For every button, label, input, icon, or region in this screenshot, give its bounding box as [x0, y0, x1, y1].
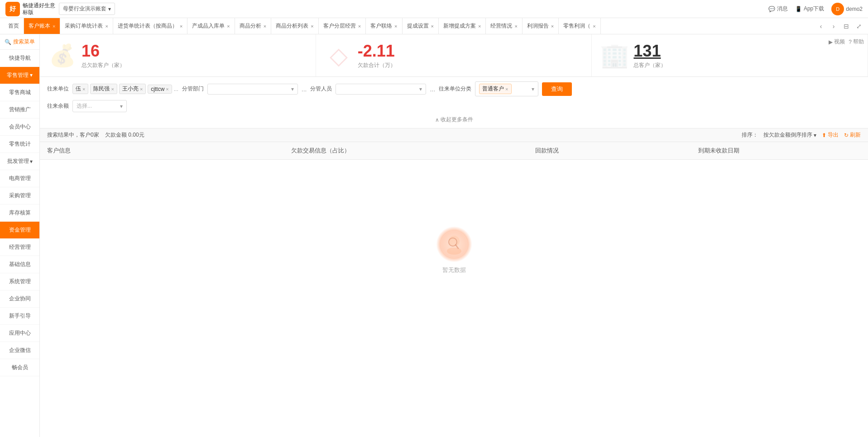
tab-product-analysis-list[interactable]: 商品分析列表 × — [271, 18, 318, 34]
stat-value-receivable: -2.11 — [358, 42, 396, 61]
help-button[interactable]: ? 帮助 — [849, 38, 864, 46]
tab-close-profit-report[interactable]: × — [551, 24, 554, 29]
col-repayment: 回款情况 — [535, 147, 698, 155]
video-icon: ▶ — [829, 39, 833, 45]
stat-label-customers: 总欠款客户（家） — [82, 62, 125, 69]
tab-customer-tier[interactable]: 客户分层经营 × — [319, 18, 366, 34]
video-button[interactable]: ▶ 视频 — [829, 38, 845, 46]
app-download-button[interactable]: 📱 App下载 — [795, 5, 824, 13]
chevron-down-icon-sort: ▾ — [814, 132, 816, 138]
top-bar: 好 畅捷通好生意 标版 母婴行业演示账套 ▾ 💬 消息 📱 App下载 D de… — [0, 0, 868, 18]
filter-label-unit: 往来单位 — [47, 85, 69, 93]
filter-dept-select[interactable]: ▾ — [207, 84, 298, 95]
filter-tag-chen[interactable]: 陈民强 × — [90, 84, 117, 94]
refresh-button[interactable]: ↻ 刷新 — [844, 131, 861, 139]
tab-product-entry[interactable]: 产成品入库单 × — [187, 18, 235, 34]
top-bar-left: 好 畅捷通好生意 标版 母婴行业演示账套 ▾ — [5, 2, 115, 16]
tag-close-chen[interactable]: × — [111, 86, 114, 92]
sidebar-item-basic-info[interactable]: 基础信息 — [0, 256, 39, 273]
tab-product-analysis[interactable]: 商品分析 × — [235, 18, 271, 34]
filter-tag-wang[interactable]: 王小亮 × — [119, 84, 146, 94]
tab-profit-report[interactable]: 利润报告 × — [523, 18, 559, 34]
sidebar-item-quick-nav[interactable]: 快捷导航 — [0, 50, 39, 67]
filter-tag-normal-customer[interactable]: 普通客户 × — [479, 84, 511, 94]
sidebar-search[interactable]: 🔍 搜索菜单 — [0, 34, 39, 50]
filter-label-unit-category: 往来单位分类 — [439, 85, 471, 93]
tab-close-product-analysis-list[interactable]: × — [311, 24, 313, 29]
collapse-button[interactable]: ∧ 收起更多条件 — [435, 116, 473, 124]
sidebar-item-finance[interactable]: 资金管理 — [0, 222, 39, 239]
filter-more-tags[interactable]: ... — [174, 86, 178, 92]
sidebar-item-system-mgmt[interactable]: 系统管理 — [0, 273, 39, 290]
filter-remainder-select[interactable]: 选择... ▾ — [72, 100, 127, 112]
tab-close-customers[interactable]: × — [53, 24, 55, 29]
sidebar-item-purchase-mgmt[interactable]: 采购管理 — [0, 187, 39, 204]
tab-close-customer-contact[interactable]: × — [394, 24, 397, 29]
sidebar-item-wholesale-mgmt[interactable]: 批发管理 ▾ — [0, 153, 39, 170]
sidebar-item-retail-mall[interactable]: 零售商城 — [0, 84, 39, 101]
tag-close-wu[interactable]: × — [82, 86, 85, 92]
store-selector[interactable]: 母婴行业演示账套 ▾ — [59, 3, 115, 15]
tab-home[interactable]: 首页 — [4, 18, 24, 34]
tab-inventory-stats[interactable]: 进货单统计表（按商品） × — [113, 18, 187, 34]
tab-close-tip-settings[interactable]: × — [431, 24, 434, 29]
tab-close-retail-profit[interactable]: × — [593, 24, 595, 29]
sidebar-item-app-center[interactable]: 应用中心 — [0, 325, 39, 342]
tag-close-normal-customer[interactable]: × — [505, 86, 508, 92]
message-icon: 💬 — [768, 6, 775, 12]
tab-minimize-button[interactable]: ⊟ — [841, 21, 852, 32]
stat-card-customers: 💰 16 总欠款客户（家） — [40, 34, 316, 76]
filter-person-dots[interactable]: ... — [430, 86, 435, 93]
tab-close-customer-tier[interactable]: × — [358, 24, 361, 29]
filter-unit-category-select[interactable]: 普通客户 × ▾ — [475, 81, 538, 96]
sidebar-item-inventory[interactable]: 库存核算 — [0, 204, 39, 222]
stats-row: 💰 16 总欠款客户（家） ◇ -2.11 欠款合计（万） 🏢 131 总客户（… — [40, 34, 868, 77]
filter-person-select[interactable]: ▾ — [336, 84, 426, 95]
stat-card-receivable: ◇ -2.11 欠款合计（万） — [316, 34, 592, 76]
svg-point-2 — [447, 247, 461, 255]
tab-tip-settings[interactable]: 提成设置 × — [403, 18, 439, 34]
stat-icon-customers: 💰 — [49, 42, 76, 69]
sidebar-item-new-guide[interactable]: 新手引导 — [0, 308, 39, 325]
table-area: 客户信息 欠款交易信息（占比） 回款情况 到期未收款日期 — [40, 142, 868, 437]
tab-customers[interactable]: 客户账本 × — [24, 18, 60, 34]
tab-next-button[interactable]: › — [828, 21, 839, 32]
filter-tag-cjttcw[interactable]: cjttcw × — [148, 85, 172, 94]
tab-new-tip-plan[interactable]: 新增提成方案 × — [439, 18, 486, 34]
sidebar-item-chang-member[interactable]: 畅会员 — [0, 359, 39, 376]
filter-tag-wu[interactable]: 伍 × — [72, 84, 88, 94]
tab-bar-controls: ‹ › ⊟ ⤢ — [815, 21, 864, 32]
tab-purchase-orders[interactable]: 采购订单统计表 × — [60, 18, 113, 34]
tab-close-operations[interactable]: × — [514, 24, 517, 29]
tab-bar: 首页 客户账本 × 采购订单统计表 × 进货单统计表（按商品） × 产成品入库单… — [0, 18, 868, 34]
filter-row-2: 往来余额 选择... ▾ — [47, 100, 861, 112]
tab-prev-button[interactable]: ‹ — [815, 21, 826, 32]
sidebar-item-retail-mgmt[interactable]: 零售管理 ▾ — [0, 67, 39, 84]
tab-operations[interactable]: 经营情况 × — [486, 18, 522, 34]
sidebar-item-enterprise-coop[interactable]: 企业协同 — [0, 290, 39, 308]
tab-retail-profit[interactable]: 零售利润（ × — [559, 18, 600, 34]
sidebar-item-ecommerce[interactable]: 电商管理 — [0, 170, 39, 187]
filter-label-person: 分管人员 — [310, 85, 332, 93]
results-bar: 搜索结果中，客户0家 欠款金额 0.00元 排序： 按欠款金额倒序排序 ▾ ⬆ … — [40, 128, 868, 142]
tab-close-purchase-orders[interactable]: × — [105, 24, 108, 29]
tab-close-product-entry[interactable]: × — [227, 24, 230, 29]
tag-close-cjttcw[interactable]: × — [166, 86, 168, 92]
sidebar-item-member-center[interactable]: 会员中心 — [0, 119, 39, 136]
tab-close-new-tip-plan[interactable]: × — [478, 24, 481, 29]
sidebar-item-retail-stats[interactable]: 零售统计 — [0, 136, 39, 153]
sidebar-item-operations-mgmt[interactable]: 经营管理 — [0, 239, 39, 256]
filter-dept-dots[interactable]: ... — [302, 86, 307, 93]
tab-customer-contact[interactable]: 客户联络 × — [366, 18, 402, 34]
sidebar-item-marketing[interactable]: 营销推广 — [0, 101, 39, 119]
user-menu[interactable]: D demo2 — [831, 3, 863, 15]
export-button[interactable]: ⬆ 导出 — [822, 131, 839, 139]
tab-expand-button[interactable]: ⤢ — [854, 21, 864, 32]
query-button[interactable]: 查询 — [542, 82, 572, 96]
tag-close-wang[interactable]: × — [140, 86, 143, 92]
tab-close-inventory-stats[interactable]: × — [180, 24, 182, 29]
sidebar-item-enterprise-wechat[interactable]: 企业微信 — [0, 342, 39, 359]
tab-close-product-analysis[interactable]: × — [264, 24, 266, 29]
messages-button[interactable]: 💬 消息 — [768, 5, 788, 13]
sort-button[interactable]: 按欠款金额倒序排序 ▾ — [763, 131, 816, 139]
